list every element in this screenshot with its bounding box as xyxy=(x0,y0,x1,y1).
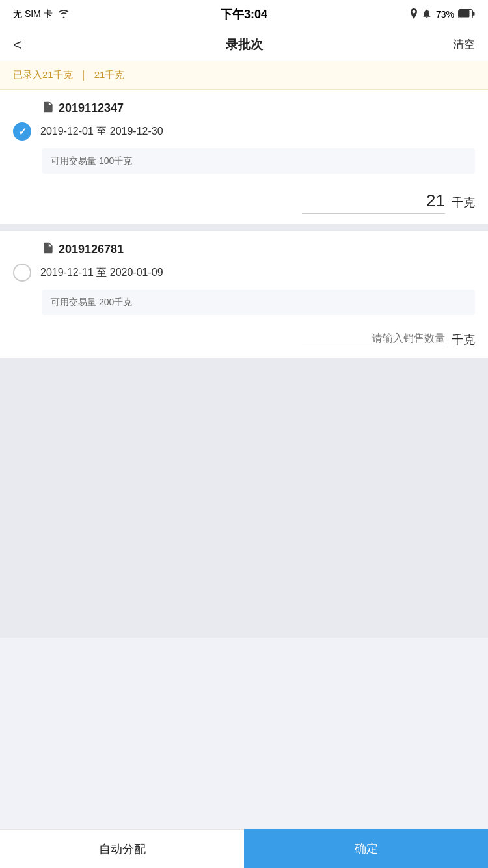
batch-date-text-2: 2019-12-11 至 2020-01-09 xyxy=(40,266,163,280)
batch-avail-text-1: 可用交易量 100千克 xyxy=(51,156,132,166)
amount-input-2[interactable] xyxy=(315,332,445,344)
nav-bar: < 录批次 清空 xyxy=(0,29,488,61)
page-title: 录批次 xyxy=(226,36,263,53)
batch-avail-text-2: 可用交易量 200千克 xyxy=(51,297,132,307)
batch-id-text-1: 2019112347 xyxy=(59,102,124,115)
amount-line-2 xyxy=(302,347,445,347)
gray-area xyxy=(0,358,488,638)
section-separator-1 xyxy=(0,224,488,231)
check-icon-1: ✓ xyxy=(18,126,27,138)
radio-unselected-2[interactable] xyxy=(13,264,31,282)
batch-id-icon-2 xyxy=(42,241,55,257)
batch-id-text-2: 2019126781 xyxy=(59,243,124,256)
svg-rect-1 xyxy=(459,10,470,17)
status-right: 73% xyxy=(410,8,475,21)
location-icon xyxy=(410,8,418,21)
batch-item-1: 2019112347 ✓ 2019-12-01 至 2019-12-30 可用交… xyxy=(0,90,488,224)
alarm-icon xyxy=(422,8,432,21)
amount-unit-1: 千克 xyxy=(452,195,475,210)
batch-date-text-1: 2019-12-01 至 2019-12-30 xyxy=(40,125,163,139)
batch-id-row-2: 2019126781 xyxy=(13,241,475,257)
info-value: 21千克 xyxy=(94,69,125,81)
batch-date-row-1[interactable]: ✓ 2019-12-01 至 2019-12-30 xyxy=(13,122,475,141)
confirm-button[interactable]: 确定 xyxy=(244,829,488,868)
status-bar: 无 SIM 卡 下午3:04 73% xyxy=(0,0,488,29)
info-banner: 已录入21千克 21千克 xyxy=(0,61,488,90)
amount-value-1: 21 xyxy=(426,191,445,211)
clear-button[interactable]: 清空 xyxy=(453,37,475,52)
auto-distribute-button[interactable]: 自动分配 xyxy=(0,829,244,868)
amount-field-1[interactable]: 21 xyxy=(13,191,445,214)
amount-unit-2: 千克 xyxy=(452,332,475,347)
bottom-spacer xyxy=(0,638,488,677)
battery-icon xyxy=(458,9,475,20)
svg-rect-2 xyxy=(473,12,475,16)
wifi-icon xyxy=(58,9,70,20)
bottom-bar: 自动分配 确定 xyxy=(0,829,488,868)
battery-text: 73% xyxy=(436,9,454,20)
amount-line-1 xyxy=(302,213,445,214)
batch-id-row-1: 2019112347 xyxy=(13,100,475,116)
amount-field-2[interactable] xyxy=(13,332,445,347)
batch-id-icon-1 xyxy=(42,100,55,116)
batch-avail-box-1: 可用交易量 100千克 xyxy=(42,148,475,174)
info-divider xyxy=(83,70,84,81)
info-label: 已录入21千克 xyxy=(13,69,73,81)
batch-item-2: 2019126781 2019-12-11 至 2020-01-09 可用交易量… xyxy=(0,231,488,358)
back-button[interactable]: < xyxy=(13,31,27,59)
radio-selected-1[interactable]: ✓ xyxy=(13,122,31,141)
no-sim-text: 无 SIM 卡 xyxy=(13,8,53,20)
batch-avail-box-2: 可用交易量 200千克 xyxy=(42,290,475,315)
status-left: 无 SIM 卡 xyxy=(13,8,70,20)
batch-date-row-2[interactable]: 2019-12-11 至 2020-01-09 xyxy=(13,264,475,282)
status-time: 下午3:04 xyxy=(221,7,267,22)
